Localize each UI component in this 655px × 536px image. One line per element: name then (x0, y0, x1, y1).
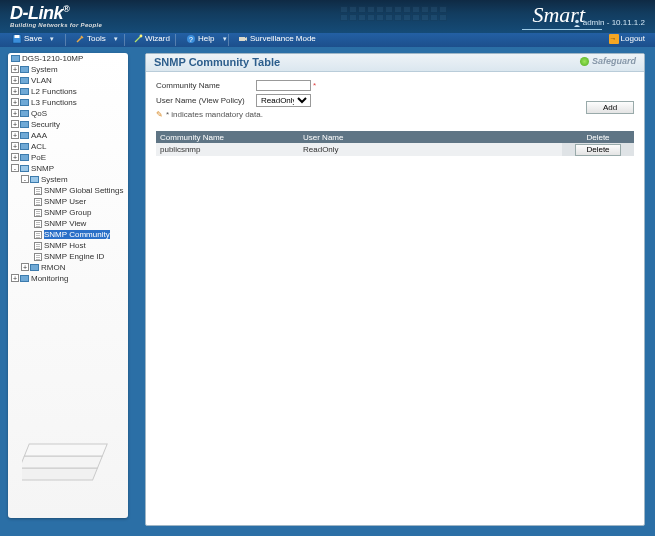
save-icon (12, 34, 22, 44)
community-table: Community Name User Name Delete publicsn… (156, 131, 634, 156)
page-icon (34, 187, 42, 195)
tree-snmp-community[interactable]: SNMP Community (8, 229, 128, 240)
panel-body: Community Name * User Name (View Policy)… (146, 72, 644, 164)
tree-snmp-engine[interactable]: SNMP Engine ID (8, 251, 128, 262)
tree-device[interactable]: DGS-1210-10MP (8, 53, 128, 64)
col-delete: Delete (562, 131, 634, 143)
toolbar: Save Tools Wizard ?Help Surveillance Mod… (0, 33, 655, 47)
page-icon (34, 231, 42, 239)
main-area: DGS-1210-10MP +System +VLAN +L2 Function… (0, 47, 655, 536)
expand-icon[interactable]: + (11, 120, 19, 128)
logout-button[interactable]: Logout (609, 34, 645, 44)
camera-icon (238, 34, 248, 44)
wizard-button[interactable]: Wizard (133, 34, 170, 44)
svg-rect-6 (239, 37, 245, 41)
brand-name: D-Link (10, 3, 63, 23)
user-icon (573, 19, 581, 27)
brand-logo: D-Link® (10, 3, 69, 24)
brand-tagline: Building Networks for People (10, 22, 102, 28)
help-icon: ? (186, 34, 196, 44)
safeguard-icon (580, 57, 589, 66)
safeguard-badge: Safeguard (580, 56, 636, 66)
tree-security[interactable]: +Security (8, 119, 128, 130)
collapse-icon[interactable]: - (21, 175, 29, 183)
cell-community: publicsnmp (156, 143, 299, 156)
expand-icon[interactable]: + (11, 98, 19, 106)
save-menu[interactable]: Save (12, 34, 54, 44)
page-icon (34, 220, 42, 228)
tools-icon (75, 34, 85, 44)
expand-icon[interactable]: + (11, 87, 19, 95)
tree-snmp-view[interactable]: SNMP View (8, 218, 128, 229)
tree-monitoring[interactable]: +Monitoring (8, 273, 128, 284)
tree-snmp-system[interactable]: -System (8, 174, 128, 185)
tree-snmp-host[interactable]: SNMP Host (8, 240, 128, 251)
page-icon (34, 209, 42, 217)
tree-l3[interactable]: +L3 Functions (8, 97, 128, 108)
expand-icon[interactable]: + (11, 109, 19, 117)
delete-button[interactable]: Delete (575, 144, 621, 156)
col-user: User Name (299, 131, 562, 143)
content-panel: SNMP Community Table Safeguard Community… (145, 53, 645, 526)
col-community: Community Name (156, 131, 299, 143)
expand-icon[interactable]: + (11, 65, 19, 73)
tree-aaa[interactable]: +AAA (8, 130, 128, 141)
svg-rect-8 (22, 456, 102, 468)
svg-rect-7 (22, 468, 97, 480)
svg-text:?: ? (189, 36, 193, 43)
device-image (22, 440, 122, 488)
help-menu[interactable]: ?Help (186, 34, 227, 44)
tree-l2[interactable]: +L2 Functions (8, 86, 128, 97)
add-button[interactable]: Add (586, 101, 634, 114)
expand-icon[interactable]: + (11, 274, 19, 282)
tree-snmp-user[interactable]: SNMP User (8, 196, 128, 207)
svg-point-0 (575, 20, 579, 24)
expand-icon[interactable]: + (11, 153, 19, 161)
device-icon (11, 55, 20, 62)
table-row: publicsnmp ReadOnly Delete (156, 143, 634, 156)
page-icon (34, 253, 42, 261)
expand-icon[interactable]: + (11, 142, 19, 150)
tree-poe[interactable]: +PoE (8, 152, 128, 163)
tree-qos[interactable]: +QoS (8, 108, 128, 119)
tools-menu[interactable]: Tools (75, 34, 118, 44)
svg-rect-2 (15, 35, 20, 38)
tree-rmon[interactable]: +RMON (8, 262, 128, 273)
nav-tree: DGS-1210-10MP +System +VLAN +L2 Function… (8, 53, 128, 518)
surveillance-mode-button[interactable]: Surveillance Mode (238, 34, 316, 44)
cell-user: ReadOnly (299, 143, 562, 156)
svg-point-3 (140, 35, 143, 38)
svg-rect-9 (24, 444, 107, 456)
expand-icon[interactable]: + (11, 131, 19, 139)
panel-title: SNMP Community Table (154, 56, 280, 68)
tree-snmp-global[interactable]: SNMP Global Settings (8, 185, 128, 196)
expand-icon[interactable]: + (11, 76, 19, 84)
tree-system[interactable]: +System (8, 64, 128, 75)
table-header-row: Community Name User Name Delete (156, 131, 634, 143)
logout-icon (609, 34, 619, 44)
tree-vlan[interactable]: +VLAN (8, 75, 128, 86)
collapse-icon[interactable]: - (11, 164, 19, 172)
tree-acl[interactable]: +ACL (8, 141, 128, 152)
tree-snmp[interactable]: -SNMP (8, 163, 128, 174)
header: D-Link® Building Networks for People Sma… (0, 0, 655, 33)
tree-snmp-group[interactable]: SNMP Group (8, 207, 128, 218)
panel-title-bar: SNMP Community Table Safeguard (146, 54, 644, 72)
page-icon (34, 198, 42, 206)
admin-info: admin - 10.11.1.2 (573, 18, 645, 27)
port-illustration (340, 6, 500, 26)
page-icon (34, 242, 42, 250)
wizard-icon (133, 34, 143, 44)
expand-icon[interactable]: + (21, 263, 29, 271)
